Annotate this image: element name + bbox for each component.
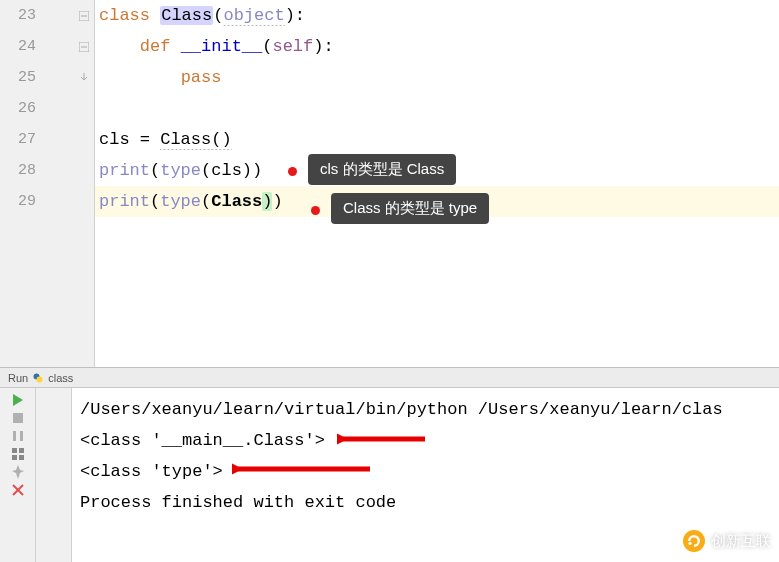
- line-number: 27: [18, 131, 36, 148]
- watermark-logo-icon: [683, 530, 705, 552]
- line-number: 23: [18, 7, 36, 24]
- code-line[interactable]: pass: [95, 62, 779, 93]
- editor-pane: 23 24 25 26 27 28 29 class Class(object)…: [0, 0, 779, 368]
- line-number: 28: [18, 162, 36, 179]
- line-number: 25: [18, 69, 36, 86]
- python-file-icon: [32, 372, 44, 384]
- tooltip-line29: Class 的类型是 type: [331, 193, 489, 224]
- param-self: self: [272, 37, 313, 56]
- layout-icon[interactable]: [10, 446, 26, 462]
- class-name: Class: [160, 6, 213, 25]
- gutter-row[interactable]: 24: [0, 31, 94, 62]
- run-tab-label: Run: [8, 372, 28, 384]
- console-output[interactable]: /Users/xeanyu/learn/virtual/bin/python /…: [72, 388, 779, 562]
- console-line: /Users/xeanyu/learn/virtual/bin/python /…: [80, 394, 771, 425]
- fold-end-icon[interactable]: [78, 72, 90, 84]
- line-number: 26: [18, 100, 36, 117]
- console-line: <class 'type'>: [80, 456, 771, 487]
- gutter-row[interactable]: 27: [0, 124, 94, 155]
- code-line[interactable]: [95, 93, 779, 124]
- fold-minus-icon[interactable]: [78, 10, 90, 22]
- svg-rect-8: [20, 431, 23, 441]
- run-config-name: class: [48, 372, 73, 384]
- line-number: 29: [18, 193, 36, 210]
- line-number: 24: [18, 38, 36, 55]
- gutter-row[interactable]: 29: [0, 186, 94, 217]
- code-line[interactable]: def __init__(self):: [95, 31, 779, 62]
- run-toolbar-right: ?: [36, 388, 72, 562]
- close-icon[interactable]: [10, 482, 26, 498]
- run-toolbar-left: [0, 388, 36, 562]
- breakpoint-dot: [288, 163, 297, 181]
- rerun-icon[interactable]: [10, 392, 26, 408]
- console-line: Process finished with exit code: [80, 487, 771, 518]
- arrow-icon: [232, 458, 372, 480]
- svg-rect-9: [12, 448, 17, 453]
- gutter-row[interactable]: 23: [0, 0, 94, 31]
- svg-point-25: [688, 542, 691, 545]
- svg-rect-6: [13, 413, 23, 423]
- svg-rect-10: [19, 448, 24, 453]
- svg-rect-11: [12, 455, 17, 460]
- watermark-text: 创新互联: [711, 532, 771, 551]
- fold-minus-icon[interactable]: [78, 41, 90, 53]
- keyword-class: class: [99, 6, 150, 25]
- builtin-object: object: [223, 6, 284, 26]
- arrow-icon: [337, 428, 427, 450]
- svg-point-5: [37, 376, 43, 382]
- stop-icon[interactable]: [10, 410, 26, 426]
- svg-rect-12: [19, 455, 24, 460]
- pause-icon[interactable]: [10, 428, 26, 444]
- code-area[interactable]: class Class(object): def __init__(self):…: [95, 0, 779, 367]
- breakpoint-dot: [311, 202, 320, 220]
- gutter-row[interactable]: 25: [0, 62, 94, 93]
- watermark: 创新互联: [683, 530, 771, 552]
- svg-rect-7: [13, 431, 16, 441]
- gutter-row[interactable]: 26: [0, 93, 94, 124]
- keyword-pass: pass: [181, 68, 222, 87]
- editor-gutter: 23 24 25 26 27 28 29: [0, 0, 95, 367]
- tooltip-line28: cls 的类型是 Class: [308, 154, 456, 185]
- code-line[interactable]: class Class(object):: [95, 0, 779, 31]
- code-line[interactable]: cls = Class(): [95, 124, 779, 155]
- keyword-def: def: [140, 37, 171, 56]
- run-tab-bar: Run class: [0, 368, 779, 388]
- pin-icon[interactable]: [10, 464, 26, 480]
- gutter-row[interactable]: 28: [0, 155, 94, 186]
- method-init: __init__: [181, 37, 263, 56]
- run-pane: ? /Users/xeanyu/learn/virtual/bin/python…: [0, 388, 779, 562]
